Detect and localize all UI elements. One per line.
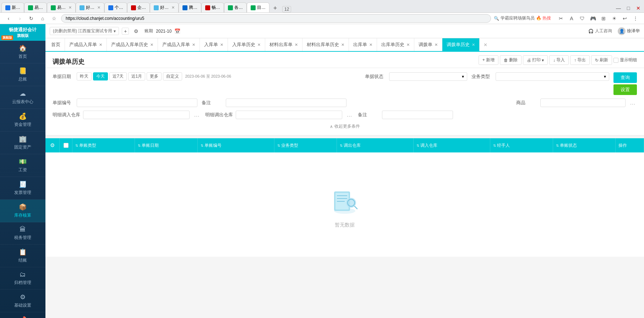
th-type[interactable]: ⇅ 单账类型 (72, 138, 135, 152)
collapse-row[interactable]: ∧ 收起更多条件 (53, 122, 637, 131)
page-tab-material-out[interactable]: 材料出库单 ✕ (265, 38, 302, 51)
th-from[interactable]: ⇅ 调出仓库 (337, 138, 414, 152)
sidebar-item-tax[interactable]: 🏛 税务管理 (0, 222, 45, 245)
page-tab-transfer-history[interactable]: 调拨单历史 ✕ (442, 38, 480, 51)
sidebar-item-salary[interactable]: 💵 工资 (0, 154, 45, 177)
page-tab-product-in[interactable]: 产成品入库单 ✕ (65, 38, 107, 51)
page-tab-out-order[interactable]: 出库单 ✕ (349, 38, 377, 51)
browser-tab-2[interactable]: 易… (24, 2, 47, 12)
tab-close-3[interactable]: ✕ (69, 5, 72, 10)
page-tab-product-in-history[interactable]: 产成品入库单历史 ✕ (107, 38, 158, 51)
add-company-button[interactable]: + (122, 28, 129, 35)
back-button[interactable]: ‹ (4, 14, 13, 23)
goods-input[interactable] (540, 99, 626, 107)
calendar-icon[interactable]: 📅 (174, 28, 180, 34)
detail-from-dots-button[interactable]: … (192, 112, 201, 118)
sidebar-item-invoice[interactable]: 🧾 发票管理 (0, 177, 45, 200)
detail-remark-input[interactable] (382, 111, 453, 119)
sidebar-item-closing[interactable]: 📋 结账 (0, 245, 45, 267)
th-number[interactable]: ⇅ 单账编号 (198, 138, 274, 152)
number-input[interactable] (77, 99, 197, 107)
browser-tab-3[interactable]: 易… ✕ (47, 2, 76, 12)
th-date[interactable]: ⇅ 单账日期 (135, 138, 197, 152)
th-business[interactable]: ⇅ 业务类型 (274, 138, 337, 152)
page-tab-in-order[interactable]: 入库单 ✕ (200, 38, 228, 51)
maximize-button[interactable]: □ (624, 4, 633, 12)
th-handler[interactable]: ⇅ 经手人 (490, 138, 553, 152)
browser-tab-7[interactable]: 好… ✕ (150, 2, 179, 12)
translate-button[interactable]: A (567, 14, 576, 23)
th-status[interactable]: ⇅ 单账状态 (553, 138, 616, 152)
page-tab-out-history[interactable]: 出库单历史 ✕ (377, 38, 414, 51)
company-settings-button[interactable]: ⚙ (132, 27, 140, 35)
sidebar-item-basic[interactable]: ⚙ 基础设置 (0, 290, 45, 312)
tab-close-4[interactable]: ✕ (97, 5, 100, 10)
browser-tab-8[interactable]: 腾… (179, 2, 201, 12)
th-to[interactable]: ⇅ 调入仓库 (414, 138, 490, 152)
grid-button[interactable]: ⊞ (599, 14, 608, 23)
page-tab-out-history-close[interactable]: ✕ (406, 43, 410, 47)
gamepad-button[interactable]: 🎮 (589, 14, 597, 23)
page-tab-home[interactable]: 首页 (47, 38, 65, 51)
close-all-tabs-button[interactable]: ✕ (481, 40, 490, 49)
browser-tab-6[interactable]: 企… (127, 2, 150, 12)
detail-to-dots-button[interactable]: … (345, 112, 354, 118)
select-all-checkbox[interactable] (64, 143, 69, 148)
company-selector[interactable]: (勿删勿禁用) 江西服宝测试专用 ▾ (50, 27, 119, 35)
page-tab-material-out-history[interactable]: 材料出库单历史 ✕ (302, 38, 349, 51)
refresh-button[interactable]: ↻ 刷新 (591, 55, 612, 65)
page-tab-in-order-close[interactable]: ✕ (220, 43, 223, 47)
page-tab-material-out-history-close[interactable]: ✕ (341, 43, 344, 47)
brightness-button[interactable]: ☀ (610, 14, 618, 23)
address-input[interactable] (61, 14, 491, 23)
sidebar-item-guide[interactable]: 📌 新手引导 (0, 312, 45, 318)
business-select[interactable]: ▾ (496, 72, 609, 81)
th-checkbox[interactable] (60, 138, 72, 152)
forward-button[interactable]: › (16, 14, 24, 23)
show-toggle-checkbox[interactable] (613, 58, 618, 63)
sidebar-item-assets[interactable]: 🏢 固定资产 (0, 132, 45, 154)
export-button[interactable]: ↑ 导出 (570, 55, 590, 65)
page-tab-in-history-close[interactable]: ✕ (257, 43, 261, 47)
undo-button[interactable]: ↩ (621, 14, 629, 23)
refresh-nav-button[interactable]: ↻ (27, 14, 36, 23)
delete-button[interactable]: 🗑 删除 (500, 55, 522, 65)
page-tab-product-in2[interactable]: 产成品入库单 ✕ (158, 38, 200, 51)
page-tab-transfer-history-close[interactable]: ✕ (472, 43, 475, 47)
import-button[interactable]: ↓ 导入 (549, 55, 569, 65)
close-button[interactable]: ✕ (634, 4, 643, 12)
more-button[interactable]: ⋮ (631, 14, 640, 23)
sidebar-item-fund[interactable]: 💰 资金管理 (0, 109, 45, 132)
minimize-button[interactable]: — (614, 4, 623, 12)
sidebar-item-home[interactable]: 🏠 首页 (0, 41, 45, 63)
sidebar-item-ledger[interactable]: 📒 总账 (0, 63, 45, 86)
page-tab-product-in-close[interactable]: ✕ (99, 43, 102, 47)
sidebar-item-archive[interactable]: 🗂 归档管理 (0, 267, 45, 290)
detail-from-input[interactable] (83, 111, 190, 119)
show-toggle[interactable]: 显示明细 (613, 57, 637, 63)
date-btn-1month[interactable]: 近1月 (128, 72, 146, 80)
page-tab-material-out-close[interactable]: ✕ (295, 43, 298, 47)
browser-tab-10[interactable]: 各… (224, 2, 247, 12)
page-tab-out-order-close[interactable]: ✕ (369, 43, 372, 47)
page-tab-product-in-history-close[interactable]: ✕ (150, 43, 153, 47)
browser-tab-1[interactable]: 新… (1, 2, 24, 12)
new-tab-button[interactable]: + (271, 4, 279, 12)
tab-close-7[interactable]: ✕ (171, 5, 175, 10)
browser-tab-5[interactable]: 个… (104, 2, 127, 12)
goods-dots-button[interactable]: … (628, 100, 637, 106)
browser-tab-9[interactable]: 畅… (201, 2, 224, 12)
browser-tab-4[interactable]: 好… ✕ (76, 2, 104, 12)
date-btn-custom[interactable]: 自定义 (163, 72, 182, 80)
consult-button[interactable]: 🎧 人工咨询 (588, 28, 612, 34)
sidebar-item-reports[interactable]: ☁ 云报表中心 (0, 86, 45, 109)
page-tab-transfer[interactable]: 调拨单 ✕ (414, 38, 442, 51)
remark-input[interactable] (226, 99, 346, 107)
star-button[interactable]: ☆ (50, 14, 58, 23)
new-button[interactable]: + 新增 (479, 55, 498, 65)
settings-button[interactable]: 设置 (613, 84, 637, 95)
page-tab-transfer-close[interactable]: ✕ (435, 43, 438, 47)
date-btn-more[interactable]: 更多 (147, 72, 162, 80)
print-button[interactable]: 🖨 打印 ▾ (523, 55, 548, 65)
scissors-button[interactable]: ✂ (557, 14, 565, 23)
